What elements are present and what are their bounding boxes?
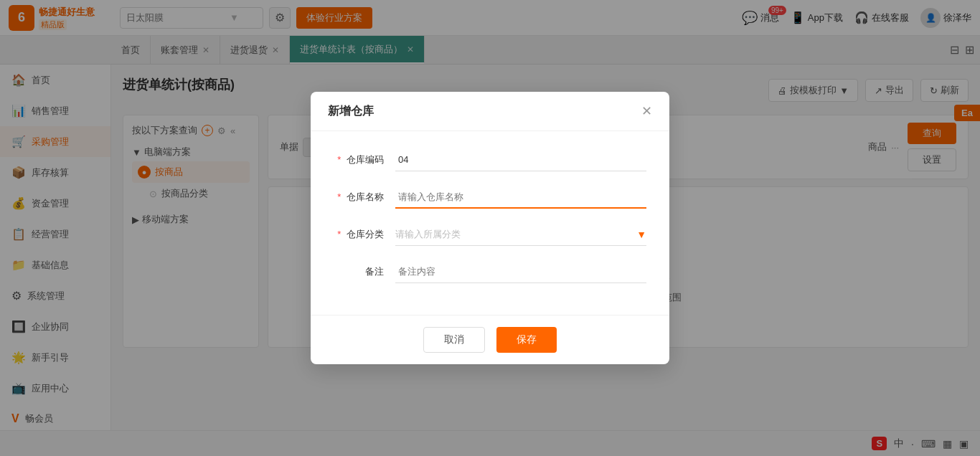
remark-input[interactable] [395,260,646,283]
warehouse-name-label: * 仓库名称 [334,191,384,204]
modal-overlay: 新增仓库 ✕ * 仓库编码 * 仓库名称 [0,0,980,456]
warehouse-class-label: * 仓库分类 [334,228,384,241]
modal-body: * 仓库编码 * 仓库名称 * 仓库分类 请输入 [311,131,669,315]
warehouse-name-input[interactable] [395,186,646,209]
warehouse-code-input[interactable] [395,148,646,171]
warehouse-code-label: * 仓库编码 [334,153,384,166]
required-star: * [337,154,341,165]
add-warehouse-modal: 新增仓库 ✕ * 仓库编码 * 仓库名称 [311,92,669,364]
required-star2: * [337,191,341,202]
cancel-button[interactable]: 取消 [423,327,485,353]
modal-footer: 取消 保存 [311,315,669,364]
warehouse-code-row: * 仓库编码 [334,148,646,171]
modal-close-button[interactable]: ✕ [641,103,652,119]
warehouse-name-row: * 仓库名称 [334,186,646,209]
remark-row: 备注 [334,260,646,283]
warehouse-class-placeholder: 请输入所属分类 [395,228,461,241]
warehouse-class-arrow: ▼ [636,229,646,240]
remark-label: 备注 [334,265,384,278]
modal-title: 新增仓库 [328,104,374,119]
modal-header: 新增仓库 ✕ [311,92,669,131]
warehouse-class-select[interactable]: 请输入所属分类 ▼ [395,223,646,246]
required-star3: * [337,229,341,239]
warehouse-class-row: * 仓库分类 请输入所属分类 ▼ [334,223,646,246]
save-button[interactable]: 保存 [496,327,557,353]
